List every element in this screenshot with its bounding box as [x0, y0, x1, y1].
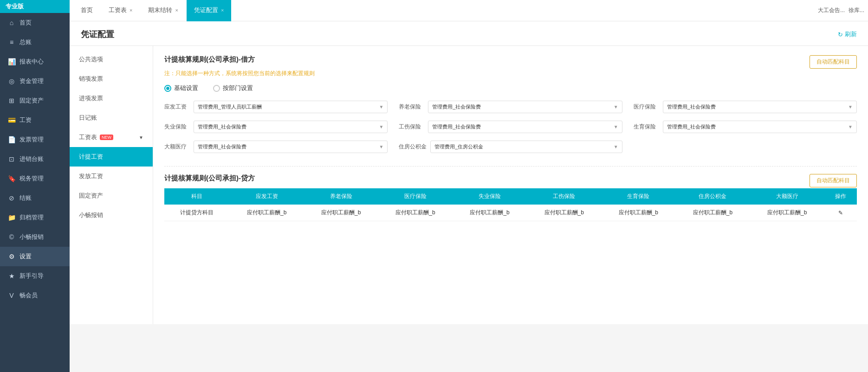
sidebar-item-settings[interactable]: ⚙ 设置 [0, 247, 70, 266]
table-row: 计提贷方科目 应付职工薪酬_b 应付职工薪酬_b 应付职工薪酬_b 应付职工薪酬… [164, 205, 857, 221]
sidebar-item-tax-mgmt[interactable]: 🔖 税务管理 [0, 169, 70, 188]
sidebar-item-fund-mgmt[interactable]: ◎ 资金管理 [0, 71, 70, 91]
th-action: 操作 [824, 188, 857, 205]
left-menu-sales-invoice[interactable]: 销项发票 [70, 69, 153, 89]
label-shiye: 失业保险 [164, 123, 190, 131]
sidebar-item-label: 进销台账 [19, 155, 44, 163]
td-yanglao: 应付职工薪酬_b [304, 205, 378, 221]
sidebar-item-invoice-mgmt[interactable]: 📄 发票管理 [0, 130, 70, 149]
sidebar-item-fixed-assets[interactable]: ⊞ 固定资产 [0, 91, 70, 110]
sidebar-item-label: 发票管理 [19, 135, 44, 144]
auto-match-credit-button[interactable]: 自动匹配科目 [810, 174, 857, 187]
th-yingfa: 应发工资 [230, 188, 304, 205]
label-yanglao: 养老保险 [399, 103, 424, 111]
tab-payroll[interactable]: 工资表 × [101, 0, 140, 21]
sidebar-item-report-center[interactable]: 📊 报表中心 [0, 52, 70, 71]
radio-basic-circle [164, 85, 171, 92]
sidebar-item-salary[interactable]: 💳 工资 [0, 110, 70, 130]
select-arrow-icon: ▼ [379, 104, 383, 109]
td-gongjijin: 应付职工薪酬_b [675, 205, 750, 221]
sidebar-item-purchase-sales[interactable]: ⊡ 进销台账 [0, 149, 70, 169]
edit-icon[interactable]: ✎ [838, 210, 843, 216]
td-edit[interactable]: ✎ [824, 205, 857, 221]
form-row-shiye: 失业保险 管理费用_社会保险费 ▼ [164, 121, 388, 133]
td-daeyiliao: 应付职工薪酬_b [750, 205, 824, 221]
th-daeyiliao: 大额医疗 [750, 188, 824, 205]
left-menu-xiaochang-expense[interactable]: 小畅报销 [70, 205, 153, 225]
th-shengyu: 生育保险 [601, 188, 675, 205]
sidebar-item-home[interactable]: ⌂ 首页 [0, 13, 70, 32]
salary-icon: 💳 [7, 116, 16, 124]
left-menu-payroll-table[interactable]: 工资表 NEW ▼ [70, 128, 153, 147]
select-arrow-icon: ▼ [848, 104, 853, 109]
tab-home[interactable]: 首页 [73, 0, 100, 21]
radio-group: 基础设置 按部门设置 [164, 84, 857, 92]
sidebar: 专业版 ⌂ 首页 ≡ 总账 📊 报表中心 ◎ 资金管理 ⊞ 固定资产 💳 工资 … [0, 0, 70, 372]
sidebar-item-closing[interactable]: ⊘ 结账 [0, 188, 70, 208]
tab-payroll-close[interactable]: × [130, 7, 132, 13]
member-icon: V [7, 291, 16, 300]
left-menu-public-options[interactable]: 公共选项 [70, 50, 153, 69]
main-area: 首页 工资表 × 期末结转 × 凭证配置 × 大工会告... 徐库... 凭证配… [70, 0, 868, 372]
select-yingfa[interactable]: 管理费用_管理人员职工薪酬 ▼ [194, 101, 388, 113]
sidebar-item-archive[interactable]: 📁 归档管理 [0, 208, 70, 227]
tab-period-end-close[interactable]: × [175, 7, 178, 13]
page-header: 凭证配置 ↻ 刷新 [70, 21, 868, 46]
topbar-right: 大工会告... 徐库... [818, 6, 864, 14]
refresh-button[interactable]: ↻ 刷新 [838, 30, 857, 38]
sidebar-item-guide[interactable]: ★ 新手引导 [0, 266, 70, 286]
left-menu-accrual-payroll[interactable]: 计提工资 [70, 147, 153, 167]
select-gongjijin[interactable]: 管理费用_住房公积金 ▼ [430, 141, 622, 153]
left-menu-purchase-invoice[interactable]: 进项发票 [70, 89, 153, 108]
tab-period-end[interactable]: 期末结转 × [141, 0, 185, 21]
settings-icon: ⚙ [7, 252, 16, 261]
sidebar-item-label: 结账 [19, 194, 32, 202]
sidebar-item-label: 固定资产 [19, 96, 44, 105]
select-yiliao[interactable]: 管理费用_社会保险费 ▼ [663, 101, 857, 113]
td-shengyu: 应付职工薪酬_b [601, 205, 675, 221]
refresh-icon: ↻ [838, 31, 843, 38]
auto-match-debit-button[interactable]: 自动匹配科目 [810, 55, 857, 69]
config-layout: 公共选项 销项发票 进项发票 日记账 工资表 NEW ▼ 计提工资 [70, 46, 868, 324]
tab-voucher-config-close[interactable]: × [221, 7, 224, 13]
page-title: 凭证配置 [81, 29, 114, 40]
user-label: 大工会告... [818, 6, 845, 14]
purchase-icon: ⊡ [7, 155, 16, 163]
home-icon: ⌂ [7, 19, 16, 27]
guide-icon: ★ [7, 272, 16, 280]
assets-icon: ⊞ [7, 96, 16, 105]
new-badge: NEW [100, 135, 113, 140]
tab-bar: 首页 工资表 × 期末结转 × 凭证配置 × 大工会告... 徐库... [70, 0, 868, 21]
select-arrow-icon: ▼ [614, 124, 618, 129]
radio-dept-circle [213, 85, 220, 92]
left-menu-journal[interactable]: 日记账 [70, 108, 153, 128]
select-daeyiliao[interactable]: 管理费用_社会保险费 ▼ [194, 141, 388, 153]
invoice-icon: 📄 [7, 135, 16, 144]
radio-dept[interactable]: 按部门设置 [213, 84, 253, 92]
sidebar-item-xiaochang-report[interactable]: © 小畅报销 [0, 227, 70, 247]
label-yingfa: 应发工资 [164, 103, 190, 111]
select-shengyu[interactable]: 管理费用_社会保险费 ▼ [663, 121, 857, 133]
report-icon: 📊 [7, 58, 16, 66]
divider [164, 166, 857, 167]
radio-basic[interactable]: 基础设置 [164, 84, 198, 92]
select-gongshang[interactable]: 管理费用_社会保险费 ▼ [428, 121, 622, 133]
tax-icon: 🔖 [7, 174, 16, 183]
sidebar-item-general-ledger[interactable]: ≡ 总账 [0, 32, 70, 52]
select-yanglao[interactable]: 管理费用_社会保险费 ▼ [428, 101, 622, 113]
form-row-gongjijin: 住房公积金 管理费用_住房公积金 ▼ [399, 141, 622, 153]
left-menu-fixed-assets[interactable]: 固定资产 [70, 186, 153, 205]
section-credit-title: 计提核算规则(公司承担)-贷方 [164, 174, 857, 183]
label-gongshang: 工伤保险 [399, 123, 424, 131]
select-arrow-icon: ▼ [614, 104, 618, 109]
user-name: 徐库... [849, 6, 864, 14]
th-yiliao: 医疗保险 [378, 188, 453, 205]
left-menu-payroll-pay[interactable]: 发放工资 [70, 167, 153, 186]
label-yiliao: 医疗保险 [634, 103, 659, 111]
sidebar-item-label: 新手引导 [19, 272, 44, 280]
sidebar-item-label: 畅会员 [19, 291, 38, 300]
sidebar-item-member[interactable]: V 畅会员 [0, 286, 70, 305]
tab-voucher-config[interactable]: 凭证配置 × [187, 0, 231, 21]
select-shiye[interactable]: 管理费用_社会保险费 ▼ [194, 121, 388, 133]
xiaochang-icon: © [7, 233, 16, 241]
